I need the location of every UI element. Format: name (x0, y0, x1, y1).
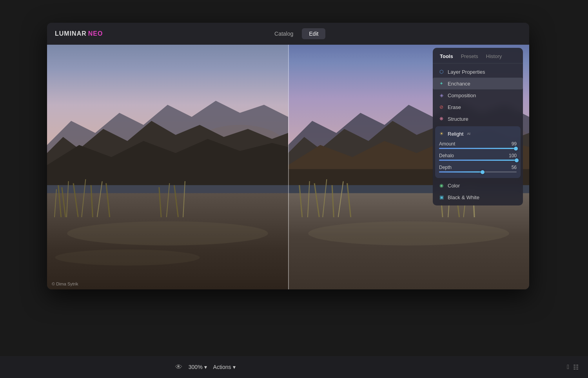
amount-slider-row: Amount 99 (435, 140, 521, 151)
tool-item-composition[interactable]: ◈ Composition (433, 89, 523, 101)
structure-label: Structure (448, 116, 468, 122)
svg-point-30 (308, 221, 509, 245)
actions-button[interactable]: Actions ▾ (213, 364, 236, 370)
copyright-text: © Dima Sytrik (52, 282, 78, 286)
layer-properties-label: Layer Properties (448, 69, 485, 75)
svg-point-7 (67, 221, 268, 245)
amount-slider-track[interactable] (439, 148, 517, 149)
panel-tabs: Tools Presets History (433, 48, 523, 64)
relight-ai-badge: AI (467, 132, 470, 136)
visibility-icon[interactable]: 👁 (175, 363, 182, 371)
zoom-chevron: ▾ (204, 364, 207, 370)
dehalo-slider-row: Dehalo 100 (435, 151, 521, 163)
structure-icon: ❋ (438, 116, 445, 122)
depth-slider-fill (439, 171, 483, 173)
depth-label: Depth (439, 165, 452, 170)
tool-item-enchance[interactable]: ✦ Enchance (433, 78, 523, 89)
depth-slider-thumb[interactable] (481, 170, 485, 174)
color-icon: ◉ (438, 182, 445, 189)
enchance-icon: ✦ (438, 80, 445, 87)
composition-label: Composition (448, 93, 476, 98)
relight-label: Relight (448, 131, 463, 137)
catalog-button[interactable]: Catalog (267, 28, 300, 39)
erase-icon: ⊘ (438, 104, 445, 110)
erase-label: Erase (448, 104, 461, 110)
tool-item-structure[interactable]: ❋ Structure (433, 113, 523, 125)
tool-list: ⬡ Layer Properties ✦ Enchance ◈ Composit… (433, 64, 523, 205)
tool-item-erase[interactable]: ⊘ Erase (433, 101, 523, 113)
bottom-center: 👁 300% ▾ Actions ▾ (175, 363, 236, 371)
zoom-value: 300% (189, 364, 203, 370)
zoom-button[interactable]: 300% ▾ (189, 364, 207, 370)
app-window: LUMINAR NEO Catalog Edit (47, 23, 529, 289)
black-white-icon: ▣ (438, 194, 445, 200)
depth-value: 56 (512, 165, 517, 170)
title-bar: LUMINAR NEO Catalog Edit (47, 23, 529, 45)
dehalo-label: Dehalo (439, 153, 454, 158)
photo-left (47, 45, 288, 289)
actions-label: Actions (213, 364, 231, 370)
composition-icon: ◈ (438, 92, 445, 98)
amount-slider-fill (439, 148, 516, 149)
depth-slider-row: Depth 56 (435, 163, 521, 175)
relight-section: ☀ Relight AI Amount 99 (435, 126, 521, 178)
dehalo-value: 100 (509, 153, 517, 158)
tool-item-color[interactable]: ◉ Color (433, 180, 523, 191)
relight-header[interactable]: ☀ Relight AI (435, 128, 521, 140)
bottom-bar: 👁 300% ▾ Actions ▾  ☷ (0, 356, 588, 378)
nav-buttons: Catalog Edit (267, 28, 325, 39)
svg-point-8 (55, 249, 200, 265)
color-label: Color (448, 183, 460, 189)
windows-icon[interactable]: ☷ (573, 363, 579, 371)
amount-value: 99 (512, 141, 517, 147)
depth-slider-track[interactable] (439, 171, 517, 173)
dehalo-slider-fill (439, 160, 517, 161)
actions-chevron: ▾ (233, 364, 236, 370)
apple-icon[interactable]:  (567, 363, 569, 371)
logo-neo: NEO (88, 30, 103, 37)
layer-properties-icon: ⬡ (438, 69, 445, 75)
tool-item-black-white[interactable]: ▣ Black & White (433, 191, 523, 203)
edit-button[interactable]: Edit (302, 28, 325, 39)
relight-icon: ☀ (438, 131, 445, 137)
tool-item-layer-properties[interactable]: ⬡ Layer Properties (433, 66, 523, 78)
app-logo: LUMINAR NEO (55, 30, 103, 37)
amount-label: Amount (439, 141, 455, 147)
dehalo-slider-thumb[interactable] (515, 158, 519, 162)
split-divider (288, 45, 289, 289)
enchance-label: Enchance (448, 81, 470, 87)
black-white-label: Black & White (448, 194, 479, 200)
bottom-right:  ☷ (567, 363, 579, 371)
dehalo-slider-track[interactable] (439, 160, 517, 161)
tools-panel: Tools Presets History ⬡ Layer Properties… (433, 48, 523, 205)
logo-luminar: LUMINAR (55, 30, 87, 37)
tab-tools[interactable]: Tools (437, 52, 456, 61)
tab-presets[interactable]: Presets (459, 52, 481, 61)
tab-history[interactable]: History (484, 52, 504, 61)
amount-slider-thumb[interactable] (514, 147, 518, 151)
